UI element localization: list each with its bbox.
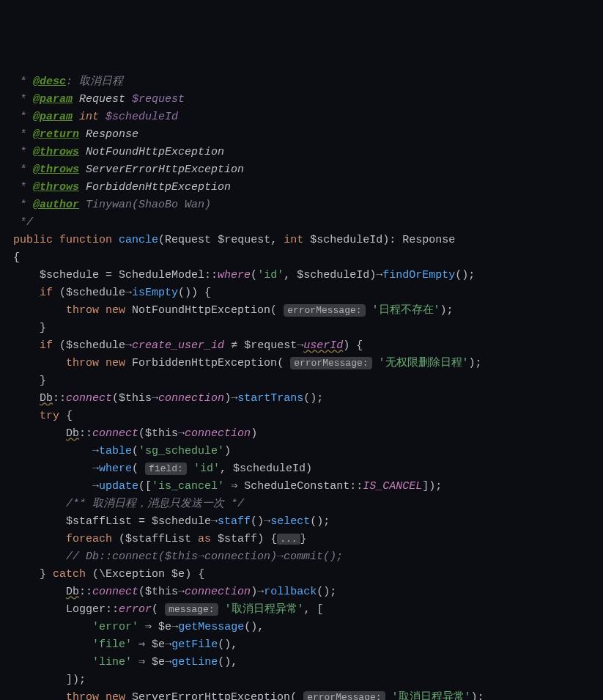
foreach-stmt: foreach ($staffList as $staff) {...} [66, 533, 307, 545]
chain: →where( field: 'id', $scheduleId) [92, 463, 312, 475]
code-editor[interactable]: * @desc: 取消日程 * @param Request $request … [13, 73, 603, 700]
param-hint: field: [145, 463, 187, 475]
stmt: Logger::error( message: '取消日程异常', [ [66, 603, 324, 616]
doc-line: * @throws NotFoundHttpException [13, 146, 224, 158]
try-stmt: try { [40, 410, 73, 422]
if-stmt: if ($schedule→create_user_id ≠ $request→… [40, 339, 363, 352]
array-item: 'line' ⇒ $e→getLine(), [92, 656, 237, 668]
doc-line: * @throws ServerErrorHttpException [13, 163, 244, 176]
chain: →update(['is_cancel' ⇒ ScheduleConstant:… [92, 480, 442, 493]
array-close: ]); [66, 674, 86, 686]
stmt: $schedule = ScheduleModel::where('id', $… [40, 269, 475, 281]
brace: { [13, 251, 20, 264]
throw-stmt: throw new ServerErrorHttpException( erro… [66, 691, 484, 700]
chain: →table('sg_schedule') [92, 445, 231, 457]
catch-stmt: } catch (\Exception $e) { [40, 568, 204, 581]
doc-line: * @author Tinywan(ShaoBo Wan) [13, 199, 211, 211]
doc-line: * @param int $scheduleId [13, 111, 178, 123]
inline-comment: /** 取消日程，消息只发送一次 */ [66, 498, 244, 510]
param-hint: errorMessage: [303, 691, 385, 700]
fold-icon[interactable]: ... [277, 534, 300, 545]
if-stmt: if ($schedule→isEmpty()) { [40, 287, 211, 299]
param-hint: errorMessage: [284, 304, 365, 317]
param-hint: message: [165, 603, 218, 616]
doc-line: * @throws ForbiddenHttpException [13, 181, 231, 194]
throw-stmt: throw new ForbiddenHttpException( errorM… [66, 357, 482, 369]
doc-line: * @param Request $request [13, 93, 185, 106]
array-item: 'error' ⇒ $e→getMessage(), [92, 621, 264, 633]
commented-code: // Db::connect($this→connection)→commit(… [66, 550, 343, 563]
brace: } [40, 322, 46, 334]
stmt: Db::connect($this→connection)→startTrans… [40, 392, 323, 405]
doc-end: */ [13, 216, 33, 229]
signature: public function cancle(Request $request,… [13, 234, 455, 246]
throw-stmt: throw new NotFoundHttpException( errorMe… [66, 304, 454, 317]
stmt: $staffList = $schedule→staff()→select(); [66, 515, 330, 528]
stmt: Db::connect($this→connection)→rollback()… [66, 586, 336, 598]
doc-line: * @desc: 取消日程 [13, 75, 123, 88]
array-item: 'file' ⇒ $e→getFile(), [92, 638, 237, 651]
param-hint: errorMessage: [290, 357, 371, 369]
doc-line: * @return Response [13, 128, 138, 141]
brace: } [40, 375, 46, 387]
stmt: Db::connect($this→connection) [66, 427, 257, 440]
